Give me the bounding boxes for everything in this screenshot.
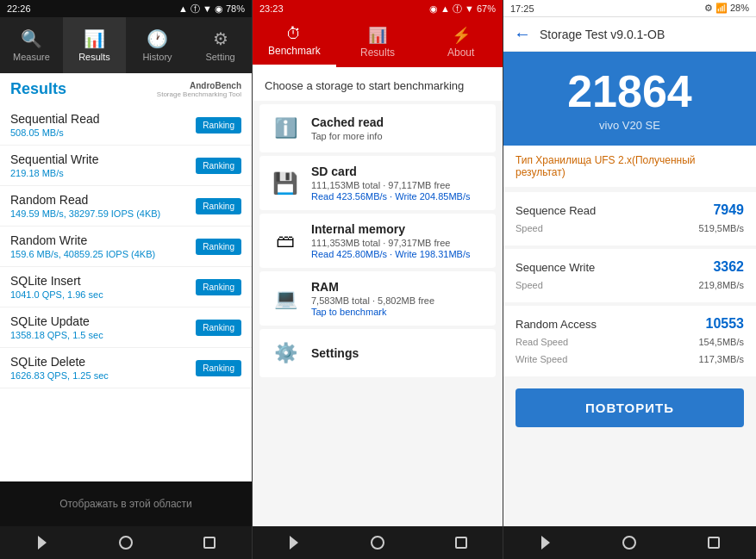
list-item: SQLite Insert 1041.0 QPS, 1.96 sec Ranki… [0,267,252,307]
nav-measure[interactable]: 🔍 Measure [0,17,63,73]
home-button-3[interactable] [616,534,642,551]
nav-results[interactable]: 📊 Results [63,17,126,73]
ranking-btn-6[interactable]: Ranking [196,360,241,376]
ranking-btn-3[interactable]: Ranking [196,239,241,255]
seq-write-label: Sequence Write [515,261,595,274]
item-name-3: Random Write [10,233,196,247]
tab-about-label: About [447,47,474,59]
ranking-btn-5[interactable]: Ranking [196,320,241,336]
ranking-btn-0[interactable]: Ranking [196,117,241,134]
item-name-2: Random Read [10,193,196,207]
ad-area: Отображать в этой области [0,481,252,526]
seq-read-speed-value: 519,5MB/s [698,223,744,233]
benchmark-subtitle: Choose a storage to start benchmarking [253,67,503,101]
time-1: 22:26 [7,3,31,14]
back-button-2[interactable] [281,534,307,551]
item-name-6: SQLite Delete [10,355,196,369]
time-2: 23:23 [259,3,284,14]
benchmark-tab-icon: ⏱ [286,25,302,43]
item-value-6: 1626.83 QPS, 1.25 sec [10,370,196,381]
stat-group-seq-read: Sequence Read 7949 Speed 519,5MB/s [503,192,756,245]
stats-content: Тип Хранилища UFS 2.x(Полученный результ… [503,146,756,526]
storage-item-internal[interactable]: 🗃 Internal memory 111,353MB total · 97,3… [259,214,496,268]
history-icon: 🕐 [147,28,168,49]
nav-measure-label: Measure [13,52,50,62]
stat-row-seq-read: Sequence Read 7949 [515,199,744,221]
item-value-4: 1041.0 QPS, 1.96 sec [10,289,196,300]
tab-benchmark[interactable]: ⏱ Benchmark [253,17,336,67]
home-button-2[interactable] [365,534,390,551]
item-info-4: SQLite Insert 1041.0 QPS, 1.96 sec [10,274,196,300]
back-button-1[interactable] [29,534,55,551]
cached-info: Cached read Tap for more info [311,115,485,141]
nav-setting-label: Setting [205,52,234,62]
storage-item-cached[interactable]: ℹ️ Cached read Tap for more info [259,104,496,152]
internal-memory-icon: 🗃 [270,226,301,257]
home-button-1[interactable] [113,534,139,551]
item-name-5: SQLite Update [10,314,196,328]
back-button-3[interactable] [533,534,559,551]
seq-write-sub: Speed 219,8MB/s [515,278,744,295]
results-list: Sequential Read 508.05 MB/s Ranking Sequ… [0,102,252,481]
setting-icon: ⚙ [213,28,228,49]
recents-button-2[interactable] [448,534,474,551]
p1-title: Results [10,80,66,98]
list-item: SQLite Update 1358.18 QPS, 1.5 sec Ranki… [0,307,252,348]
back-arrow[interactable]: ← [514,24,531,44]
tab-about[interactable]: ⚡ About [419,17,503,67]
status-icons-2: ◉ ▲ ⓕ ▼ 67% [429,3,496,16]
seq-write-speed-label: Speed [515,280,543,290]
item-info-3: Random Write 159.6 MB/s, 40859.25 IOPS (… [10,233,196,259]
storage-type-row: Тип Хранилища UFS 2.x(Полученный результ… [503,146,756,187]
ranking-btn-2[interactable]: Ranking [196,198,241,214]
ranking-btn-4[interactable]: Ranking [196,279,241,295]
brand: AndroBench Storage Benchmarking Tool [157,81,241,98]
about-tab-icon: ⚡ [452,26,471,45]
storage-item-settings[interactable]: ⚙️ Settings [259,329,496,377]
nav-history[interactable]: 🕐 History [126,17,189,73]
p1-header: Results AndroBench Storage Benchmarking … [0,73,252,102]
panel-benchmark: 23:23 ◉ ▲ ⓕ ▼ 67% ⏱ Benchmark 📊 Results … [252,0,503,559]
random-write-label: Write Speed [515,354,567,364]
nav-setting[interactable]: ⚙ Setting [189,17,252,73]
panel-androbench: 22:26 ▲ ⓕ ▼ ◉ 78% 🔍 Measure 📊 Results 🕐 … [0,0,252,559]
status-bar-1: 22:26 ▲ ⓕ ▼ ◉ 78% [0,0,252,17]
repeat-section: ПОВТОРИТЬ [503,380,756,436]
item-name-1: Sequential Write [10,152,196,166]
device-name: vivo V20 SE [514,119,746,132]
random-write-value: 117,3MB/s [698,354,744,364]
measure-icon: 🔍 [21,28,42,49]
storage-item-ram[interactable]: 💻 RAM 7,583MB total · 5,802MB free Tap t… [259,271,496,326]
status-icons-3: ⚙ 📶 28% [704,3,749,14]
cached-read-icon: ℹ️ [270,113,301,144]
tab-results[interactable]: 📊 Results [336,17,420,67]
storage-type-label: Тип Хранилища [515,154,591,166]
random-read-sub: Read Speed 154,5MB/s [515,335,744,352]
storage-item-sd[interactable]: 💾 SD card 111,153MB total · 97,117MB fre… [259,156,496,210]
seq-read-sub: Speed 519,5MB/s [515,221,744,239]
item-value-5: 1358.18 QPS, 1.5 sec [10,330,196,340]
nav-results-label: Results [78,52,110,62]
results-icon: 📊 [84,28,105,49]
item-value-0: 508.05 MB/s [10,127,196,138]
ranking-btn-1[interactable]: Ranking [196,158,241,174]
random-label: Random Access [515,318,597,331]
status-icons-1: ▲ ⓕ ▼ ◉ 78% [178,3,245,16]
tab-bar-2: ⏱ Benchmark 📊 Results ⚡ About [253,17,503,67]
seq-read-label: Sequence Read [515,204,596,217]
list-item: Sequential Read 508.05 MB/s Ranking [0,105,252,146]
seq-write-value: 3362 [713,259,744,275]
recents-button-1[interactable] [197,534,222,551]
item-info-2: Random Read 149.59 MB/s, 38297.59 IOPS (… [10,193,196,219]
random-read-label: Read Speed [515,337,568,347]
seq-read-value: 7949 [713,202,744,218]
tab-benchmark-label: Benchmark [268,45,321,57]
random-write-sub: Write Speed 117,3MB/s [515,352,744,370]
sd-info: SD card 111,153MB total · 97,117MB free … [311,165,485,202]
tab-results-label: Results [360,47,395,59]
ram-icon: 💻 [270,283,301,314]
repeat-button[interactable]: ПОВТОРИТЬ [515,388,744,427]
random-value: 10553 [706,316,745,332]
panel-storage-test: 17:25 ⚙ 📶 28% ← Storage Test v9.0.1-OB 2… [503,0,756,559]
recents-button-3[interactable] [701,534,727,551]
